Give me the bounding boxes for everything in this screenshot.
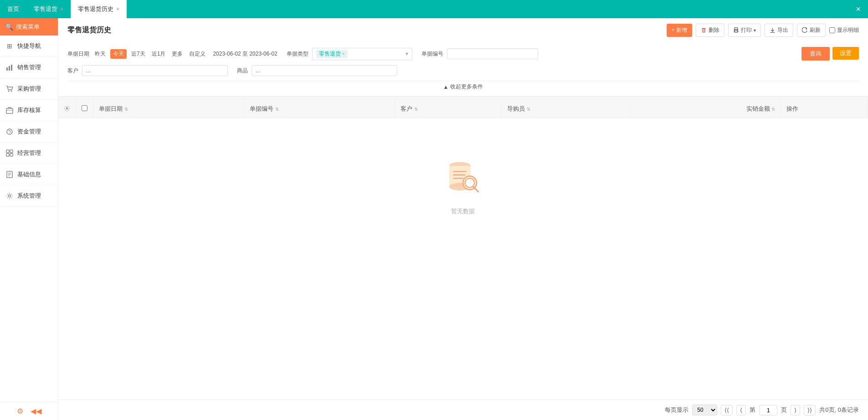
tab-retail-return-label: 零售退货 xyxy=(34,5,57,13)
svg-rect-11 xyxy=(10,154,13,156)
filter-row-2: 客户 商品 xyxy=(67,65,859,76)
col-number[interactable]: 单据编号 ⇅ xyxy=(244,100,395,118)
sidebar-item-operations-label: 经营管理 xyxy=(17,149,41,157)
page-number-input[interactable] xyxy=(759,405,777,415)
sidebar-item-quick-nav[interactable]: ⊞ 快捷导航 xyxy=(0,36,58,57)
voucher-type-tag-close[interactable]: × xyxy=(342,51,345,56)
print-label: 打印 xyxy=(741,26,752,34)
svg-point-16 xyxy=(9,195,11,197)
col-amount-sort: ⇅ xyxy=(771,107,775,112)
col-amount[interactable]: 实销金额 ⇅ xyxy=(630,100,781,118)
date-btn-1month[interactable]: 近1月 xyxy=(150,49,168,59)
date-btn-7days[interactable]: 近7天 xyxy=(129,49,147,59)
window-close-button[interactable]: × xyxy=(856,5,868,14)
col-action: 操作 xyxy=(781,100,868,118)
delete-button[interactable]: 删除 xyxy=(696,24,724,37)
empty-text: 暂无数据 xyxy=(451,207,475,215)
sidebar-item-finance[interactable]: 资金管理 xyxy=(0,121,58,143)
voucher-type-input[interactable]: 零售退货 × ▾ xyxy=(312,48,412,60)
voucher-number-input[interactable] xyxy=(447,48,538,59)
page-title: 零售退货历史 xyxy=(67,26,111,35)
col-number-sort: ⇅ xyxy=(275,107,279,112)
sidebar-nav: ⊞ 快捷导航 销售管理 采购管理 库存核算 xyxy=(0,36,58,402)
select-all-checkbox[interactable] xyxy=(82,105,87,111)
refresh-button[interactable]: 刷新 xyxy=(797,24,826,37)
table-settings-col[interactable] xyxy=(58,100,76,118)
page-title-row: 零售退货历史 + 新增 删除 打印 ▾ 导出 xyxy=(67,24,859,37)
col-action-label: 操作 xyxy=(786,105,798,112)
goods-filter-group: 商品 xyxy=(237,65,397,76)
print-chevron-icon: ▾ xyxy=(754,28,756,33)
show-detail-checkbox[interactable] xyxy=(829,27,835,33)
voucher-type-filter-group: 单据类型 零售退货 × ▾ xyxy=(287,48,412,60)
show-detail-checkbox-label[interactable]: 显示明细 xyxy=(829,26,859,34)
col-guide-sort: ⇅ xyxy=(527,107,530,112)
settings-button[interactable]: 设置 xyxy=(832,47,859,60)
table-container: 单据日期 ⇅ 单据编号 ⇅ 客户 ⇅ 导购员 xyxy=(58,100,868,400)
svg-point-4 xyxy=(11,91,12,92)
next-page-button[interactable]: ⟩ xyxy=(791,405,800,415)
table-checkbox-col[interactable] xyxy=(76,100,93,118)
operations-icon xyxy=(5,149,14,157)
svg-rect-5 xyxy=(6,108,13,113)
empty-state-icon xyxy=(440,154,486,200)
tab-retail-return[interactable]: 零售退货 × xyxy=(26,0,71,18)
tab-retail-return-close[interactable]: × xyxy=(60,6,63,12)
collapse-label: 收起更多条件 xyxy=(450,83,483,91)
delete-label: 删除 xyxy=(709,26,719,34)
export-button[interactable]: 导出 xyxy=(765,24,793,37)
tab-retail-return-history[interactable]: 零售退货历史 × xyxy=(71,0,127,18)
customer-filter-group: 客户 xyxy=(67,65,228,76)
sidebar-item-basic-info[interactable]: 基础信息 xyxy=(0,164,58,185)
col-number-label: 单据编号 xyxy=(250,105,273,112)
col-guide[interactable]: 导购员 ⇅ xyxy=(501,100,630,118)
collapse-button[interactable]: ▲ 收起更多条件 xyxy=(67,81,859,92)
main-layout: 🔍 搜索菜单 ⊞ 快捷导航 销售管理 采购管理 xyxy=(0,18,868,420)
new-button[interactable]: + 新增 xyxy=(667,24,692,37)
sidebar-item-sales-mgmt[interactable]: 销售管理 xyxy=(0,57,58,78)
finance-icon xyxy=(5,128,14,136)
export-label: 导出 xyxy=(777,26,788,34)
table-body: 暂无数据 xyxy=(58,118,868,252)
svg-rect-21 xyxy=(734,28,738,30)
date-btn-more[interactable]: 更多 xyxy=(170,49,185,59)
customer-input[interactable] xyxy=(82,65,228,76)
sidebar-item-operations[interactable]: 经营管理 xyxy=(0,143,58,164)
svg-point-24 xyxy=(66,108,68,109)
inventory-icon xyxy=(5,106,14,114)
settings-icon[interactable]: ⚙ xyxy=(17,407,23,415)
tab-retail-return-history-close[interactable]: × xyxy=(116,6,119,12)
col-date[interactable]: 单据日期 ⇅ xyxy=(93,100,244,118)
date-range-display: 2023-06-02 至 2023-06-02 xyxy=(213,50,277,58)
tab-home[interactable]: 首页 xyxy=(0,0,26,18)
last-page-button[interactable]: ⟩⟩ xyxy=(804,405,816,415)
sidebar: 🔍 搜索菜单 ⊞ 快捷导航 销售管理 采购管理 xyxy=(0,18,58,420)
empty-row: 暂无数据 xyxy=(58,118,868,252)
purchase-mgmt-icon xyxy=(5,85,14,93)
sidebar-search[interactable]: 🔍 搜索菜单 xyxy=(0,18,58,36)
prev-page-button[interactable]: ⟨ xyxy=(736,405,746,415)
col-customer[interactable]: 客户 ⇅ xyxy=(395,100,502,118)
voucher-type-tag-label: 零售退货 xyxy=(319,50,341,58)
speaker-icon[interactable]: ◀◀ xyxy=(31,407,41,415)
system-mgmt-icon xyxy=(5,192,14,200)
sidebar-item-inventory[interactable]: 库存核算 xyxy=(0,100,58,121)
first-page-button[interactable]: ⟨⟨ xyxy=(721,405,733,415)
goods-input[interactable] xyxy=(252,65,397,76)
quick-nav-icon: ⊞ xyxy=(5,42,14,50)
sidebar-item-purchase-mgmt[interactable]: 采购管理 xyxy=(0,78,58,100)
sidebar-item-system-mgmt[interactable]: 系统管理 xyxy=(0,185,58,207)
svg-point-7 xyxy=(7,129,12,134)
print-button[interactable]: 打印 ▾ xyxy=(728,24,761,37)
col-amount-label: 实销金额 xyxy=(746,105,770,112)
page-size-label: 每页显示 xyxy=(665,406,688,414)
svg-point-3 xyxy=(8,91,10,92)
date-btn-yesterday[interactable]: 昨天 xyxy=(93,49,108,59)
customer-label: 客户 xyxy=(67,67,78,75)
query-button[interactable]: 查询 xyxy=(801,47,830,61)
voucher-type-dropdown-icon: ▾ xyxy=(406,51,408,57)
date-btn-custom[interactable]: 自定义 xyxy=(187,49,207,59)
filter-row-1: 单据日期 昨天 今天 近7天 近1月 更多 自定义 2023-06-02 至 2… xyxy=(67,47,859,61)
date-btn-today[interactable]: 今天 xyxy=(110,49,127,59)
page-size-select[interactable]: 50 10 20 100 xyxy=(692,405,717,415)
